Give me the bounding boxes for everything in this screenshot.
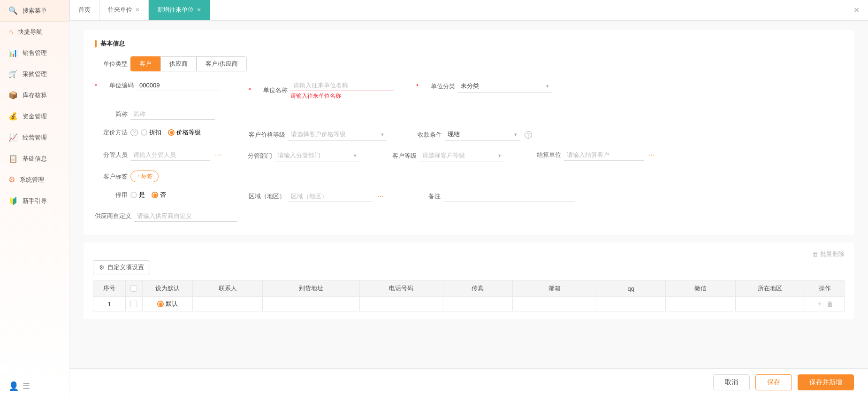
save-new-button[interactable]: 保存并新增: [798, 374, 854, 390]
cancel-button[interactable]: 取消: [713, 374, 750, 390]
content-area: 基本信息 单位类型 客户 供应商 客户/供应商 * 单位编码: [69, 21, 868, 368]
tab-home[interactable]: 首页: [69, 0, 99, 20]
type-btn-customer[interactable]: 客户: [130, 56, 160, 71]
sidebar-finance-label: 资金管理: [23, 112, 47, 121]
email-input[interactable]: [531, 301, 578, 308]
tab-new-partner-close[interactable]: ✕: [197, 7, 201, 13]
contact-input[interactable]: [209, 301, 246, 308]
supplier-custom-input[interactable]: [134, 210, 237, 222]
section-header: 基本信息: [95, 39, 843, 48]
row-region-input[interactable]: [751, 301, 789, 308]
type-btn-both[interactable]: 客户/供应商: [197, 56, 247, 71]
unit-name-field: * 单位名称 请输入往来单位名称: [249, 80, 394, 100]
pricing-grade-radio[interactable]: [168, 129, 175, 136]
disabled-row: 停用 是 否 区域（地区） ···: [95, 191, 843, 202]
supplier-custom-field: 供应商自定义: [95, 210, 237, 222]
manager-field: 分管人员 ···: [95, 149, 226, 161]
tab-partner[interactable]: 往来单位 ✕: [99, 0, 149, 20]
table-header-row: 序号 设为默认 联系人 到货地址 电话号码 传真 邮箱 qq 微信 所在地区 操…: [93, 280, 845, 297]
supplier-custom-row: 供应商自定义: [95, 210, 843, 222]
col-contact: 联系人: [193, 280, 262, 297]
add-row-icon[interactable]: ＋: [816, 300, 823, 308]
save-button[interactable]: 保存: [755, 374, 792, 390]
manager-more-btn[interactable]: ···: [213, 151, 223, 159]
batch-delete-label[interactable]: 批量删除: [820, 250, 845, 258]
customer-price-select[interactable]: 请选择客户价格等级 ▾: [288, 128, 387, 141]
unit-code-field: * 单位编码: [95, 80, 226, 91]
manager-label: 分管人员: [95, 151, 128, 159]
row-default-radio[interactable]: [157, 301, 164, 307]
window-close-button[interactable]: ✕: [845, 6, 868, 15]
disabled-no-option[interactable]: 否: [152, 191, 166, 199]
region-input[interactable]: [288, 191, 373, 202]
tab-new-partner[interactable]: 新增往来单位 ✕: [149, 0, 210, 20]
unit-type-row: 单位类型 客户 供应商 客户/供应商: [95, 56, 843, 71]
sidebar-item-system[interactable]: ⚙ 系统管理: [0, 169, 69, 190]
row-checkbox[interactable]: [130, 301, 137, 307]
short-name-input[interactable]: [130, 109, 215, 120]
sidebar-item-sales[interactable]: 📊 销售管理: [0, 42, 69, 63]
table-section: 🗑 批量删除 ⚙ 自定义项设置 序号 设为默认 联系人 到货地址 电话号码 传真: [84, 242, 854, 319]
disabled-yes-option[interactable]: 是: [130, 191, 145, 199]
sidebar-item-basic[interactable]: 📋 基础信息: [0, 148, 69, 169]
sidebar-item-quick-nav[interactable]: ⌂ 快捷导航: [0, 22, 69, 42]
disabled-no-radio[interactable]: [152, 192, 158, 198]
unit-code-label: 单位编码: [101, 81, 134, 90]
row-index: 1: [93, 297, 126, 311]
unit-cat-required: *: [416, 83, 419, 90]
pricing-radio-group: 折扣 价格等级: [141, 128, 201, 137]
payment-help-icon[interactable]: ?: [525, 131, 532, 139]
sidebar-item-guide[interactable]: 🔰 新手引导: [0, 190, 69, 211]
region-field: 区域（地区） ···: [249, 191, 385, 202]
row-default-cell: 默认: [143, 297, 193, 311]
customer-level-select[interactable]: 请选择客户等级 ▾: [419, 149, 504, 162]
region-more-btn[interactable]: ···: [375, 192, 385, 201]
qq-input[interactable]: [612, 301, 650, 308]
payment-term-arrow: ▾: [514, 132, 517, 138]
type-btn-supplier[interactable]: 供应商: [160, 56, 197, 71]
disabled-yes-radio[interactable]: [130, 192, 137, 198]
pricing-discount-radio[interactable]: [141, 129, 147, 136]
pricing-discount-option[interactable]: 折扣: [141, 128, 161, 137]
sidebar-menu-icon: ☰: [23, 381, 30, 391]
col-region: 所在地区: [735, 280, 805, 297]
manager-input[interactable]: [130, 149, 210, 161]
row-address: [262, 297, 359, 311]
phone-input[interactable]: [378, 301, 425, 308]
pricing-grade-option[interactable]: 价格等级: [168, 128, 201, 137]
settlement-more-btn[interactable]: ···: [647, 151, 656, 159]
main-area: 首页 往来单位 ✕ 新增往来单位 ✕ ✕ 基本信息 单位类型 客户: [69, 0, 868, 396]
address-input[interactable]: [283, 301, 339, 308]
row-default-label: 默认: [166, 300, 178, 308]
settlement-input[interactable]: [564, 149, 644, 161]
pricing-help-icon[interactable]: ?: [130, 129, 138, 136]
col-checkbox: [126, 280, 143, 297]
sidebar-item-finance[interactable]: 💰 资金管理: [0, 106, 69, 127]
custom-settings-button[interactable]: ⚙ 自定义项设置: [93, 260, 150, 274]
sidebar-item-purchase[interactable]: 🛒 采购管理: [0, 63, 69, 85]
tab-partner-close[interactable]: ✕: [135, 7, 140, 13]
dept-select[interactable]: 请输入分管部门 ▾: [275, 149, 359, 162]
col-qq: qq: [596, 280, 665, 297]
tab-new-partner-label: 新增往来单位: [157, 6, 194, 14]
sidebar-item-inventory[interactable]: 📦 库存核算: [0, 85, 69, 106]
delete-row-icon[interactable]: 🗑: [827, 300, 833, 308]
row-default-radio-item[interactable]: 默认: [147, 300, 188, 308]
row-wechat: [666, 297, 735, 311]
add-tag-button[interactable]: + 标签: [130, 171, 159, 182]
header-checkbox[interactable]: [130, 285, 137, 292]
sidebar-item-search[interactable]: 🔍 搜索菜单: [0, 0, 69, 22]
unit-category-select[interactable]: 未分类 ▾: [458, 80, 552, 93]
payment-term-select[interactable]: 现结 ▾: [445, 128, 520, 141]
custom-settings-label: 自定义项设置: [107, 263, 144, 272]
unit-name-input[interactable]: [290, 80, 394, 91]
remark-input[interactable]: [443, 191, 575, 202]
unit-code-input[interactable]: [137, 80, 221, 91]
supplier-custom-label: 供应商自定义: [95, 212, 131, 220]
contact-table: 序号 设为默认 联系人 到货地址 电话号码 传真 邮箱 qq 微信 所在地区 操…: [93, 280, 845, 311]
wechat-input[interactable]: [682, 301, 719, 308]
sidebar-item-operations[interactable]: 📈 经营管理: [0, 127, 69, 148]
fax-input[interactable]: [459, 301, 496, 308]
unit-cat-arrow: ▾: [546, 83, 549, 89]
purchase-icon: 🛒: [8, 70, 18, 78]
